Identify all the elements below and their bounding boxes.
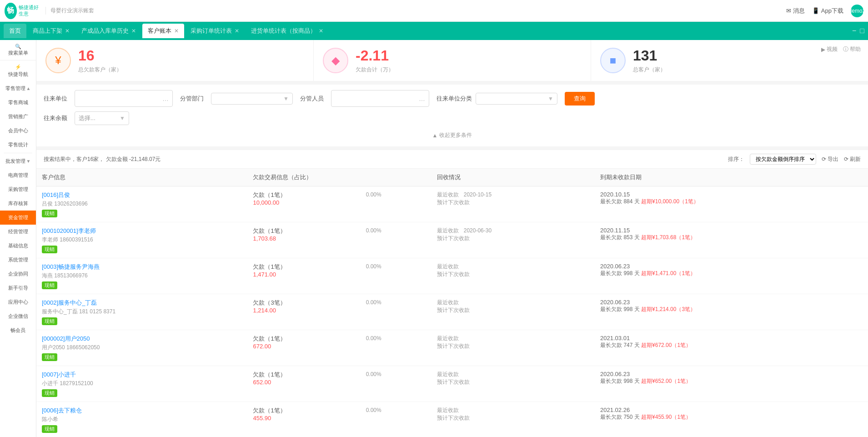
tab-customer-close[interactable]: ✕ bbox=[174, 28, 179, 34]
overdue-amount-link[interactable]: 超期¥10,000.00（1笔） bbox=[641, 198, 699, 205]
collection-cell: 最近收款 预计下次收款 bbox=[431, 402, 595, 437]
sidebar-item-quick-nav[interactable]: ⚡ 快捷导航 bbox=[0, 60, 36, 81]
source-unit-expand-icon[interactable]: … bbox=[162, 95, 169, 102]
table-row: [0002]服务中心_丁磊 服务中心_丁磊 181 0125 8371 现销 欠… bbox=[36, 294, 868, 330]
search-menu-btn[interactable]: 🔍 搜索菜单 bbox=[0, 40, 36, 60]
debt-amount: 652.00 bbox=[253, 379, 351, 386]
filter-collapse-btn[interactable]: ▲ 收起更多条件 bbox=[44, 130, 861, 141]
sidebar-item-basic[interactable]: 基础信息 bbox=[0, 239, 36, 253]
quick-nav-icon: ⚡ bbox=[15, 64, 21, 70]
app-subtitle: 母婴行业演示账套 bbox=[45, 7, 94, 15]
overdue-amount-link[interactable]: 超期¥1,214.00（3笔） bbox=[641, 306, 696, 312]
last-collect-info: 最近收款 bbox=[437, 335, 589, 342]
overdue-days: 最长欠款 998 天 超期¥1,471.00（1笔） bbox=[600, 270, 863, 277]
last-collect-label: 最近收款 bbox=[437, 407, 459, 413]
balance-label: 往来余额 bbox=[44, 114, 71, 122]
manager-input[interactable] bbox=[335, 93, 419, 104]
sidebar-item-retail-mall[interactable]: 零售商城 bbox=[0, 95, 36, 110]
tab-production[interactable]: 产成品入库单历史 ✕ bbox=[76, 24, 141, 38]
customer-name-link[interactable]: [0006]去下粮仓 bbox=[42, 407, 82, 414]
chevron-down-icon: ▲ bbox=[26, 86, 31, 91]
tab-customer[interactable]: 客户账本 ✕ bbox=[142, 24, 184, 38]
due-date-cell: 2021.03.01 最长欠款 747 天 超期¥672.00（1笔） bbox=[595, 330, 868, 366]
play-icon: ▶ bbox=[821, 46, 825, 53]
user-menu-btn[interactable]: demo2 bbox=[851, 5, 863, 17]
debt-desc: 欠款（1笔） bbox=[253, 407, 351, 415]
customer-phone: 用户2050 18665062050 bbox=[42, 344, 242, 352]
sidebar-item-system[interactable]: 系统管理 bbox=[0, 253, 36, 267]
tab-bar: 首页 商品上下架 ✕ 产成品入库单历史 ✕ 客户账本 ✕ 采购订单统计表 ✕ 进… bbox=[0, 22, 868, 40]
refresh-btn[interactable]: ⟳ 刷新 bbox=[844, 156, 861, 163]
message-btn[interactable]: ✉ 消息 bbox=[786, 7, 805, 15]
due-date-cell: 2021.02.26 最长欠款 750 天 超期¥455.90（1笔） bbox=[595, 402, 868, 437]
sort-select[interactable]: 按欠款金额倒序排序 bbox=[750, 154, 816, 165]
table-row: [000002]用户2050 用户2050 18665062050 现销 欠款（… bbox=[36, 330, 868, 366]
customer-badge: 现销 bbox=[42, 389, 57, 397]
last-collect-info: 最近收款 bbox=[437, 299, 589, 306]
sidebar-item-wechat[interactable]: 企业微信 bbox=[0, 309, 36, 323]
source-unit-input[interactable] bbox=[79, 93, 162, 104]
view-video-btn[interactable]: ▶ 视频 bbox=[821, 45, 838, 53]
app-download-btn[interactable]: 📱 App下载 bbox=[812, 7, 843, 15]
export-btn[interactable]: ⟳ 导出 bbox=[822, 156, 838, 163]
overdue-amount-link[interactable]: 超期¥1,703.68（1笔） bbox=[641, 234, 696, 241]
customer-name-link[interactable]: [0002]服务中心_丁磊 bbox=[42, 299, 97, 306]
collection-cell: 最近收款 2020-10-15 预计下次收款 bbox=[431, 186, 595, 222]
tab-purchase-close[interactable]: ✕ bbox=[235, 28, 239, 34]
tab-expand-btn[interactable]: □ bbox=[860, 27, 864, 35]
last-collect-date: 2020-10-15 bbox=[461, 191, 492, 198]
manager-label: 分管人员 bbox=[300, 95, 327, 103]
total-icon: ■ bbox=[600, 48, 626, 73]
sidebar-item-marketing[interactable]: 营销推广 bbox=[0, 110, 36, 124]
sidebar-item-ecommerce[interactable]: 电商管理 bbox=[0, 168, 36, 182]
tab-home[interactable]: 首页 bbox=[4, 24, 26, 38]
help-btn[interactable]: ⓘ 帮助 bbox=[843, 45, 861, 53]
overdue-amount-link[interactable]: 超期¥652.00（1笔） bbox=[641, 378, 691, 384]
next-collect-info: 预计下次收款 bbox=[437, 199, 589, 206]
customer-name-link[interactable]: [0016]吕俊 bbox=[42, 191, 70, 198]
filter-unit-category: 往来单位分类 ▼ bbox=[437, 93, 557, 105]
debt-pct-cell: 0.00% bbox=[357, 294, 432, 330]
sidebar-item-apps[interactable]: 应用中心 bbox=[0, 295, 36, 309]
tab-minimize-btn[interactable]: − bbox=[852, 27, 856, 35]
sidebar-item-newbie[interactable]: 新手引导 bbox=[0, 281, 36, 295]
overdue-amount-link[interactable]: 超期¥1,471.00（1笔） bbox=[641, 270, 696, 276]
debt-desc: 欠款（1笔） bbox=[253, 335, 351, 343]
tab-goods-close[interactable]: ✕ bbox=[65, 28, 70, 34]
sidebar-item-purchase[interactable]: 采购管理 bbox=[0, 182, 36, 196]
customer-badge: 现销 bbox=[42, 425, 57, 433]
customer-name-link[interactable]: [000002]用户2050 bbox=[42, 335, 90, 342]
sidebar-item-retail-stats[interactable]: 零售统计 bbox=[0, 138, 36, 152]
debt-pct-cell: 0.00% bbox=[357, 222, 432, 258]
manager-expand-icon[interactable]: … bbox=[419, 95, 425, 102]
sidebar-item-vip[interactable]: 畅会员 bbox=[0, 323, 36, 337]
sidebar-item-inventory[interactable]: 库存核算 bbox=[0, 196, 36, 211]
debt-amount: 10,000.00 bbox=[253, 199, 351, 206]
tab-stock[interactable]: 进货单统计表（按商品） ✕ bbox=[246, 24, 329, 38]
sidebar-item-batch[interactable]: 批发管理 ▼ bbox=[0, 154, 36, 168]
debt-pct: 0.00% bbox=[366, 227, 381, 234]
overdue-amount-link[interactable]: 超期¥455.90（1笔） bbox=[641, 414, 691, 420]
tab-goods[interactable]: 商品上下架 ✕ bbox=[27, 24, 75, 38]
tab-stock-close[interactable]: ✕ bbox=[319, 28, 323, 34]
debt-pct: 0.00% bbox=[366, 407, 381, 413]
customer-name-link[interactable]: [0003]畅捷服务尹海燕 bbox=[42, 263, 100, 270]
sidebar-item-enterprise[interactable]: 企业协同 bbox=[0, 267, 36, 281]
collection-cell: 最近收款 预计下次收款 bbox=[431, 366, 595, 402]
customer-name-link[interactable]: [0001020001]李老师 bbox=[42, 227, 96, 234]
debt-pct-cell: 0.00% bbox=[357, 186, 432, 222]
logo-icon: 畅 bbox=[5, 3, 17, 19]
due-date: 2020.10.15 bbox=[600, 191, 863, 198]
tab-purchase[interactable]: 采购订单统计表 ✕ bbox=[185, 24, 245, 38]
filter-balance: 往来余额 选择... ▼ bbox=[44, 111, 129, 125]
sidebar-item-business[interactable]: 经营管理 bbox=[0, 225, 36, 239]
sidebar-item-capital[interactable]: 资金管理 bbox=[0, 211, 36, 225]
sidebar-item-member[interactable]: 会员中心 bbox=[0, 124, 36, 138]
search-button[interactable]: 查询 bbox=[565, 92, 595, 105]
message-icon: ✉ bbox=[786, 7, 791, 14]
stat-card-customers: ¥ 16 总欠款客户（家） bbox=[36, 40, 314, 81]
overdue-amount-link[interactable]: 超期¥672.00（1笔） bbox=[641, 342, 691, 348]
tab-production-close[interactable]: ✕ bbox=[131, 28, 136, 34]
customer-name-link[interactable]: [0007]小进千 bbox=[42, 371, 76, 378]
sidebar-item-retail[interactable]: 零售管理 ▲ bbox=[0, 81, 36, 95]
